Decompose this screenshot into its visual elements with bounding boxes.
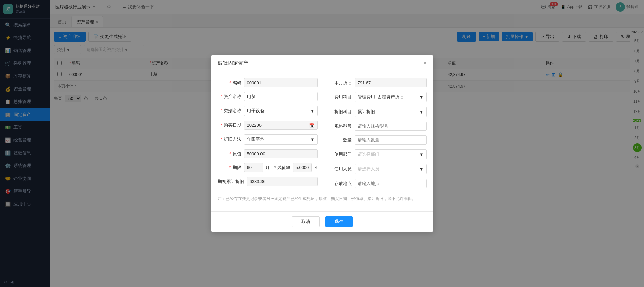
person-label: 使用人员: [332, 166, 352, 172]
dialog-footer: 取消 保存: [211, 211, 433, 232]
dialog-body: 编码 资产名称 类别名称 电子设备: [211, 71, 433, 211]
expense-subject-dropdown[interactable]: 管理费用_固定资产折旧 ▼: [355, 92, 427, 102]
chevron-down-icon: ▼: [419, 95, 424, 100]
chevron-down-icon: ▼: [310, 137, 315, 142]
chevron-down-icon: ▼: [419, 167, 424, 172]
code-input[interactable]: [244, 78, 318, 87]
current-month-dep-label: 本月折旧: [332, 80, 352, 86]
location-input[interactable]: [355, 179, 427, 188]
form-item-department: 使用部门 请选择部门 ▼: [332, 149, 427, 159]
calendar-icon[interactable]: 📅: [306, 123, 317, 128]
period-unit: 月: [265, 165, 270, 171]
residual-rate-input[interactable]: [293, 163, 312, 172]
category-label: 类别名称: [218, 108, 241, 114]
expense-subject-label: 费用科目: [332, 94, 352, 100]
initial-accumulated-label: 期初累计折旧: [218, 179, 244, 185]
form-item-original-value: 原值: [218, 149, 318, 158]
original-value-input[interactable]: [244, 149, 318, 158]
dropdown-arrow-icon: ▼: [310, 108, 315, 114]
dialog-header: 编辑固定资产 ×: [211, 55, 433, 71]
person-placeholder: 请选择人员: [358, 166, 379, 172]
purchase-date-input[interactable]: [244, 121, 306, 129]
quantity-label: 数量: [332, 137, 352, 143]
form-item-quantity: 数量: [332, 135, 427, 145]
right-form-section: 本月折旧 费用科目 管理费用_固定资产折旧 ▼: [332, 78, 427, 188]
period-label: 期限: [218, 165, 241, 171]
dialog-right-column: 本月折旧 费用科目 管理费用_固定资产折旧 ▼: [325, 78, 427, 188]
location-label: 存放地点: [332, 181, 352, 187]
dialog-note: 注：已经存在变更记录或者对应固定资产已经生成凭证，原值、购买日期、残值率、累计折…: [218, 193, 427, 204]
department-placeholder: 请选择部门: [358, 151, 379, 157]
chevron-down-icon: ▼: [419, 109, 424, 115]
form-item-depreciation-method: 折旧方法 年限平均 ▼: [218, 134, 318, 145]
edit-fixed-asset-dialog: 编辑固定资产 × 编码 资产名称: [211, 55, 433, 232]
form-item-name: 资产名称: [218, 92, 318, 101]
form-item-spec: 规格型号: [332, 122, 427, 131]
form-item-initial-accumulated: 期初累计折旧: [218, 177, 318, 186]
category-value: 电子设备: [247, 108, 265, 114]
purchase-date-field: 📅: [244, 121, 318, 130]
form-item-person: 使用人员 请选择人员 ▼: [332, 164, 427, 174]
form-item-depreciation-subject: 折旧科目 累计折旧 ▼: [332, 107, 427, 117]
chevron-down-icon: ▼: [419, 152, 424, 157]
cancel-button[interactable]: 取消: [292, 216, 320, 227]
form-item-category: 类别名称 电子设备 ▼: [218, 106, 318, 116]
depreciation-method-dropdown[interactable]: 年限平均 ▼: [244, 134, 318, 145]
dialog-left-column: 编码 资产名称 类别名称 电子设备: [218, 78, 325, 188]
current-month-dep-input[interactable]: [355, 78, 427, 87]
department-label: 使用部门: [332, 151, 352, 157]
form-item-purchase-date: 购买日期 📅: [218, 121, 318, 130]
dialog-close-button[interactable]: ×: [423, 60, 426, 66]
period-input[interactable]: [244, 163, 263, 172]
form-item-code: 编码: [218, 78, 318, 87]
depreciation-subject-dropdown[interactable]: 累计折旧 ▼: [355, 107, 427, 117]
residual-rate-label-inline: * 残值率: [274, 165, 290, 171]
depreciation-method-label: 折旧方法: [218, 136, 241, 142]
code-label: 编码: [218, 80, 241, 86]
category-dropdown[interactable]: 电子设备 ▼: [244, 106, 318, 116]
form-item-location: 存放地点: [332, 179, 427, 188]
purchase-date-label: 购买日期: [218, 122, 241, 128]
save-button[interactable]: 保存: [325, 216, 353, 227]
dialog-overlay: 编辑固定资产 × 编码 资产名称: [0, 0, 644, 287]
person-dropdown[interactable]: 请选择人员 ▼: [355, 164, 427, 174]
left-form-section: 编码 资产名称 类别名称 电子设备: [218, 78, 318, 186]
depreciation-subject-label: 折旧科目: [332, 109, 352, 115]
form-item-current-month-dep: 本月折旧: [332, 78, 427, 87]
department-dropdown[interactable]: 请选择部门 ▼: [355, 149, 427, 159]
name-label: 资产名称: [218, 94, 241, 100]
name-input[interactable]: [244, 92, 318, 101]
dialog-title: 编辑固定资产: [218, 60, 248, 66]
form-item-expense-subject: 费用科目 管理费用_固定资产折旧 ▼: [332, 92, 427, 102]
original-value-label: 原值: [218, 151, 241, 157]
period-row: 月 * 残值率 %: [244, 163, 318, 172]
residual-rate-unit: %: [314, 165, 318, 170]
quantity-input[interactable]: [355, 135, 427, 145]
spec-label: 规格型号: [332, 123, 352, 129]
spec-input[interactable]: [355, 122, 427, 131]
form-item-period: 期限 月 * 残值率 %: [218, 163, 318, 172]
initial-accumulated-input[interactable]: [247, 177, 318, 186]
